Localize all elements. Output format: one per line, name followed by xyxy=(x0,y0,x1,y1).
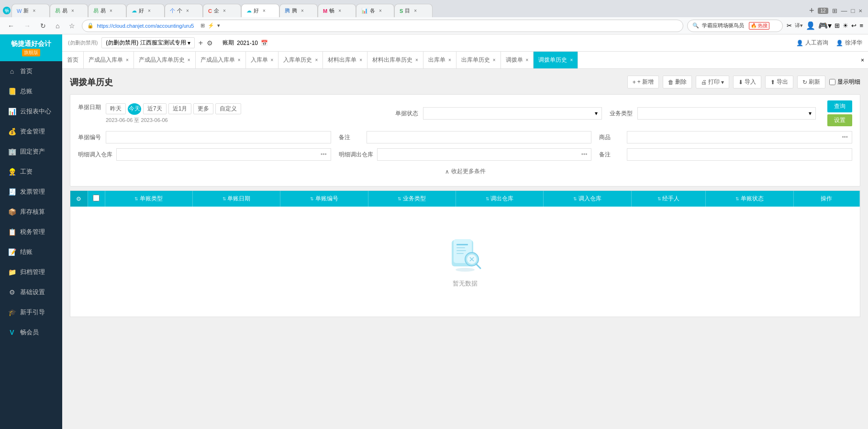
tab10-close[interactable]: × xyxy=(379,8,382,13)
scissors-icon[interactable]: ✂ xyxy=(787,22,792,29)
back-button[interactable]: ← xyxy=(5,21,17,31)
game-icon[interactable]: 🎮▾ xyxy=(818,21,832,30)
grid-icon[interactable]: ⊞ xyxy=(835,22,840,29)
tab6-close[interactable]: × xyxy=(223,8,226,13)
browser-tab-8[interactable]: 腾 腾 × xyxy=(279,4,318,17)
close-window-icon[interactable]: × xyxy=(858,7,862,14)
browser-tab-11[interactable]: S 目 × xyxy=(394,4,433,17)
sidebar-logo[interactable]: 畅捷通好会计 旗舰版 xyxy=(0,34,62,61)
th-checkbox[interactable] xyxy=(88,191,105,207)
th-out-warehouse[interactable]: ⇅ 调出仓库 xyxy=(456,191,543,207)
note2-input[interactable] xyxy=(627,148,852,161)
browser-tab-3[interactable]: 易 易 × xyxy=(88,4,126,17)
sidebar-item-salary[interactable]: 👷 工资 xyxy=(0,162,62,182)
inbound-history-close[interactable]: × xyxy=(315,57,318,63)
sidebar-item-guide[interactable]: 🎓 新手引导 xyxy=(0,302,62,322)
minimize-icon[interactable]: — xyxy=(841,7,847,14)
topbar-settings-icon[interactable]: ⚙ xyxy=(207,39,213,47)
sidebar-item-invoice[interactable]: 🧾 发票管理 xyxy=(0,182,62,202)
material-outbound-close[interactable]: × xyxy=(359,57,362,63)
browser-search-bar[interactable]: 🔍 学霸应聘场驱鸟员 🔥 热搜 xyxy=(687,20,783,32)
goods-select[interactable]: ••• xyxy=(627,131,852,143)
biz-type-select[interactable]: ▾ xyxy=(637,107,816,120)
select-all-checkbox[interactable] xyxy=(93,195,100,201)
th-doc-no[interactable]: ⇅ 单账编号 xyxy=(280,191,368,207)
avatar-icon[interactable]: 👤 xyxy=(806,21,815,30)
page-tab-transfer[interactable]: 调拨单 × xyxy=(501,52,534,69)
close-all-tabs-button[interactable]: × xyxy=(857,52,868,69)
company-dropdown[interactable]: (勿删勿禁用) 江西服宝测试专用 ▾ xyxy=(101,37,194,48)
browser-tab-9[interactable]: M 畅 × xyxy=(318,4,356,17)
page-tab-product-inbound[interactable]: 产成品入库单 × xyxy=(84,52,134,69)
product-inbound-close[interactable]: × xyxy=(126,57,129,63)
th-handler[interactable]: ⇅ 经手人 xyxy=(631,191,706,207)
browser-tab-10[interactable]: 📊 各 × xyxy=(356,4,394,17)
tab1-close[interactable]: × xyxy=(33,8,35,13)
detail-in-select[interactable]: ••• xyxy=(116,148,331,161)
brightness-icon[interactable]: ☀ xyxy=(843,22,848,29)
date-7days-btn[interactable]: 近7天 xyxy=(143,103,167,114)
new-tab-button[interactable]: + xyxy=(809,6,814,16)
inbound-close[interactable]: × xyxy=(271,57,274,63)
user-profile[interactable]: 👤 徐泽华 xyxy=(836,39,862,47)
new-button[interactable]: + + 新增 xyxy=(627,76,659,88)
sidebar-item-reports[interactable]: 📊 云报表中心 xyxy=(0,101,62,121)
import-button[interactable]: ⬇ 导入 xyxy=(733,76,761,88)
tab-menu-icon[interactable]: ⊞ xyxy=(832,7,837,14)
home-button[interactable]: ⌂ xyxy=(53,21,62,31)
filter-settings-button[interactable]: 设置 xyxy=(827,114,852,126)
transfer-history-close[interactable]: × xyxy=(570,57,573,63)
collapse-button[interactable]: ∧ 收起更多条件 xyxy=(439,165,491,177)
refresh-button-page[interactable]: ↻ 刷新 xyxy=(797,76,825,88)
th-in-warehouse[interactable]: ⇅ 调入仓库 xyxy=(544,191,631,207)
history-icon[interactable]: ↩ xyxy=(851,22,857,29)
transfer-close[interactable]: × xyxy=(526,57,529,63)
page-tab-inbound[interactable]: 入库单 × xyxy=(246,52,279,69)
browser-tab-6[interactable]: C 企 × xyxy=(203,4,241,17)
refresh-button[interactable]: ↻ xyxy=(37,21,49,31)
page-tab-material-outbound-history[interactable]: 材料出库单历史 × xyxy=(367,52,423,69)
sidebar-item-home[interactable]: ⌂ 首页 xyxy=(0,61,62,81)
page-tab-home[interactable]: 首页 xyxy=(62,52,84,69)
product-inbound-history-close[interactable]: × xyxy=(188,57,190,63)
th-gear[interactable]: ⚙ xyxy=(70,191,88,207)
page-tab-material-outbound[interactable]: 材料出库单 × xyxy=(323,52,367,69)
outbound-close[interactable]: × xyxy=(448,57,451,63)
date-1month-btn[interactable]: 近1月 xyxy=(168,103,192,114)
query-button[interactable]: 查询 xyxy=(827,100,852,112)
consult-button[interactable]: 👤 人工咨询 xyxy=(796,39,828,47)
browser-tab-7[interactable]: ☁ 好 × xyxy=(241,4,279,17)
doc-number-input[interactable] xyxy=(106,131,331,143)
dropdown-arrow[interactable]: ▾ xyxy=(217,22,220,29)
sidebar-item-fund[interactable]: 💰 资金管理 xyxy=(0,121,62,142)
sidebar-item-inventory[interactable]: 📦 库存核算 xyxy=(0,202,62,222)
page-tab-transfer-history[interactable]: 调拨单历史 × xyxy=(534,52,578,69)
tab7-close[interactable]: × xyxy=(263,8,266,13)
tab3-close[interactable]: × xyxy=(110,8,112,13)
product-inbound2-close[interactable]: × xyxy=(238,57,241,63)
th-doc-type[interactable]: ⇅ 单账类型 xyxy=(105,191,192,207)
th-status[interactable]: ⇅ 单账状态 xyxy=(706,191,793,207)
print-button[interactable]: 🖨 打印 ▾ xyxy=(696,76,729,88)
browser-tab-1[interactable]: W 新 × xyxy=(11,4,50,17)
tab5-close[interactable]: × xyxy=(186,8,189,13)
sidebar-item-settings[interactable]: ⚙ 基础设置 xyxy=(0,282,62,302)
export-button[interactable]: ⬆ 导出 xyxy=(765,76,793,88)
translate-icon[interactable]: 译▾ xyxy=(795,22,803,29)
bookmark-button[interactable]: ☆ xyxy=(66,21,78,31)
page-tab-outbound-history[interactable]: 出库单历史 × xyxy=(456,52,501,69)
material-outbound-history-close[interactable]: × xyxy=(415,57,418,63)
tab8-close[interactable]: × xyxy=(301,8,304,13)
url-bar[interactable]: 🔒 https://cloud.chanjet.com/accounting/u… xyxy=(82,20,683,32)
status-select[interactable]: ▾ xyxy=(423,107,601,120)
browser-tab-4[interactable]: ☁ 好 × xyxy=(126,4,165,17)
calendar-icon[interactable]: 📅 xyxy=(261,40,268,46)
outbound-history-close[interactable]: × xyxy=(493,57,496,63)
delete-button[interactable]: 🗑 删除 xyxy=(663,76,692,88)
detail-out-select[interactable]: ••• xyxy=(377,148,592,161)
forward-button[interactable]: → xyxy=(21,21,33,31)
sidebar-item-close[interactable]: 📝 结账 xyxy=(0,242,62,262)
sidebar-item-vip[interactable]: V 畅会员 xyxy=(0,322,62,342)
note-input[interactable] xyxy=(367,131,592,143)
date-more-btn[interactable]: 更多 xyxy=(193,103,213,114)
